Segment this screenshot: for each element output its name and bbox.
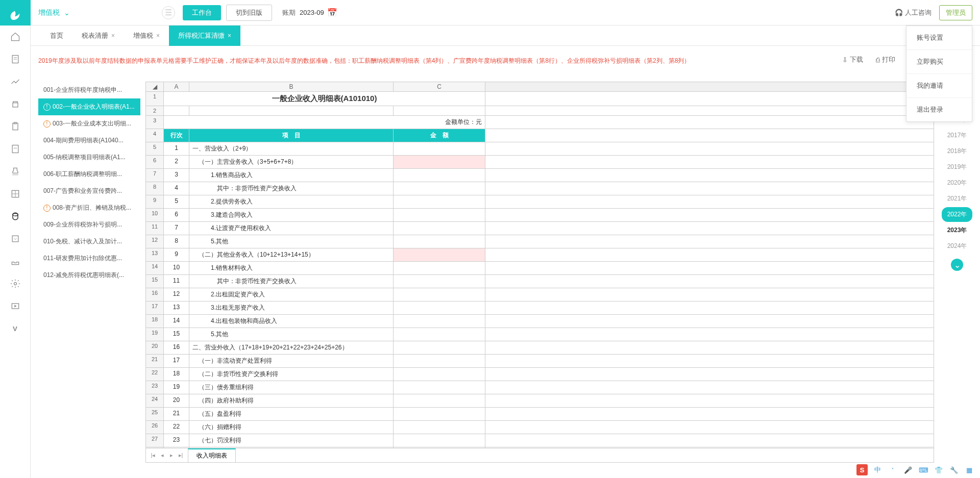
cell[interactable] bbox=[394, 195, 485, 208]
row-header[interactable]: 18 bbox=[146, 315, 164, 328]
cell[interactable]: （一）非流动资产处置利得 bbox=[189, 355, 394, 367]
list-icon[interactable]: ☰ bbox=[162, 6, 175, 19]
form-list-item[interactable]: !008-资产折旧、摊销及纳税... bbox=[38, 199, 140, 216]
cell[interactable]: （五）盘盈利得 bbox=[189, 408, 394, 420]
col-header-c[interactable]: C bbox=[394, 82, 485, 91]
cell[interactable]: 7 bbox=[164, 222, 189, 235]
form-list-item[interactable]: 010-免税、减计收入及加计... bbox=[38, 233, 140, 250]
cell[interactable] bbox=[189, 106, 394, 115]
cell[interactable] bbox=[394, 328, 485, 341]
cell[interactable]: 二、营业外收入（17+18+19+20+21+22+23+24+25+26） bbox=[189, 341, 394, 354]
form-list-item[interactable]: !002-一般企业收入明细表(A1... bbox=[38, 98, 140, 115]
close-icon[interactable]: × bbox=[228, 32, 231, 39]
year-item[interactable]: 2017年 bbox=[942, 128, 972, 143]
cell[interactable] bbox=[394, 368, 485, 381]
row-header[interactable]: 3 bbox=[146, 116, 164, 129]
form-list-item[interactable]: 009-企业所得税弥补亏损明... bbox=[38, 216, 140, 233]
form-list-item[interactable]: 011-研发费用加计扣除优惠... bbox=[38, 250, 140, 267]
cell[interactable]: 4 bbox=[164, 182, 189, 195]
admin-menu-item[interactable]: 我的邀请 bbox=[906, 74, 972, 98]
form-list-item[interactable]: 007-广告费和业务宣传费跨... bbox=[38, 183, 140, 199]
form-list-item[interactable]: 006-职工薪酬纳税调整明细... bbox=[38, 166, 140, 183]
ime-mic-icon[interactable]: 🎤 bbox=[902, 464, 914, 475]
cell[interactable]: 5 bbox=[164, 195, 189, 208]
cell[interactable] bbox=[394, 275, 485, 288]
cell[interactable]: 10 bbox=[164, 262, 189, 274]
row-header[interactable]: 12 bbox=[146, 235, 164, 248]
ime-logo-icon[interactable]: S bbox=[856, 464, 868, 475]
admin-menu-item[interactable]: 账号设置 bbox=[906, 26, 972, 50]
nav-archive-icon[interactable] bbox=[0, 228, 31, 250]
calendar-icon[interactable]: 📅 bbox=[327, 8, 337, 17]
nav-chart-icon[interactable] bbox=[0, 70, 31, 93]
form-list-item[interactable]: !003-一般企业成本支出明细... bbox=[38, 115, 140, 132]
nav-tax-icon[interactable] bbox=[0, 205, 31, 228]
cell[interactable] bbox=[394, 235, 485, 248]
row-header[interactable]: 25 bbox=[146, 408, 164, 420]
ime-tool-icon[interactable]: 🔧 bbox=[948, 464, 960, 475]
row-header[interactable]: 20 bbox=[146, 341, 164, 354]
row-header[interactable]: 5 bbox=[146, 142, 164, 155]
admin-menu-item[interactable]: 退出登录 bbox=[906, 98, 972, 121]
ime-lang-icon[interactable]: 中 bbox=[872, 464, 883, 475]
cell[interactable] bbox=[394, 341, 485, 354]
cell[interactable]: 5.其他 bbox=[189, 235, 394, 248]
col-header-a[interactable]: A bbox=[164, 82, 189, 91]
cell[interactable]: 5.其他 bbox=[189, 328, 394, 341]
cell[interactable] bbox=[394, 421, 485, 434]
year-item[interactable]: 2018年 bbox=[942, 144, 972, 159]
cell[interactable]: （七）罚没利得 bbox=[189, 434, 394, 447]
cell[interactable]: （四）政府补助利得 bbox=[189, 394, 394, 407]
cell[interactable]: 23 bbox=[164, 434, 189, 447]
cell[interactable] bbox=[394, 434, 485, 447]
cell[interactable]: （二）其他业务收入（10+12+13+14+15） bbox=[189, 248, 394, 261]
row-header[interactable]: 9 bbox=[146, 195, 164, 208]
year-item[interactable]: 2023年 bbox=[942, 223, 972, 238]
cell[interactable]: 1.销售商品收入 bbox=[189, 169, 394, 182]
cell[interactable]: 20 bbox=[164, 394, 189, 407]
cell[interactable] bbox=[394, 169, 485, 182]
cell[interactable]: 8 bbox=[164, 235, 189, 248]
row-header[interactable]: 4 bbox=[146, 129, 164, 142]
row-header[interactable]: 10 bbox=[146, 209, 164, 221]
cell[interactable] bbox=[394, 156, 485, 168]
form-list-item[interactable]: 001-企业所得税年度纳税申... bbox=[38, 82, 140, 98]
row-header[interactable]: 13 bbox=[146, 248, 164, 261]
cell[interactable]: 18 bbox=[164, 368, 189, 381]
cell[interactable] bbox=[394, 222, 485, 235]
cell[interactable]: 12 bbox=[164, 288, 189, 301]
tab-income-tax[interactable]: 所得税汇算清缴× bbox=[169, 26, 240, 46]
cell[interactable]: 4.出租包装物和商品收入 bbox=[189, 315, 394, 328]
nav-home-icon[interactable] bbox=[0, 26, 31, 48]
nav-video-icon[interactable] bbox=[0, 295, 31, 317]
cell[interactable]: 3.建造合同收入 bbox=[189, 209, 394, 221]
ime-skin-icon[interactable]: 👕 bbox=[933, 464, 944, 475]
nav-settings-icon[interactable] bbox=[0, 272, 31, 295]
cell[interactable] bbox=[394, 209, 485, 221]
cell[interactable]: 9 bbox=[164, 248, 189, 261]
close-icon[interactable]: × bbox=[156, 32, 160, 39]
cell[interactable] bbox=[394, 408, 485, 420]
cell[interactable]: 行次 bbox=[164, 129, 189, 142]
col-corner[interactable]: ◢ bbox=[146, 82, 164, 91]
cell[interactable] bbox=[394, 301, 485, 314]
row-header[interactable]: 7 bbox=[146, 169, 164, 182]
module-dropdown[interactable]: 增值税 ⌄ bbox=[38, 8, 70, 17]
row-header[interactable]: 6 bbox=[146, 156, 164, 168]
cell[interactable]: 2.出租固定资产收入 bbox=[189, 288, 394, 301]
cell[interactable]: 11 bbox=[164, 275, 189, 288]
ime-keyboard-icon[interactable]: ⌨ bbox=[918, 464, 929, 475]
nav-calc-icon[interactable] bbox=[0, 138, 31, 160]
cell[interactable] bbox=[394, 315, 485, 328]
cell[interactable] bbox=[164, 106, 189, 115]
form-list-item[interactable]: 005-纳税调整项目明细表(A1... bbox=[38, 149, 140, 166]
ime-punct-icon[interactable]: ' bbox=[887, 464, 898, 475]
tab-tax-list[interactable]: 税表清册× bbox=[72, 26, 124, 46]
cell[interactable]: 21 bbox=[164, 408, 189, 420]
consult-button[interactable]: 🎧 人工咨询 bbox=[895, 8, 932, 17]
row-header[interactable]: 11 bbox=[146, 222, 164, 235]
cell[interactable] bbox=[394, 355, 485, 367]
sheet-next-icon[interactable]: ▸ bbox=[167, 452, 176, 459]
row-header[interactable]: 26 bbox=[146, 421, 164, 434]
row-header[interactable]: 19 bbox=[146, 328, 164, 341]
